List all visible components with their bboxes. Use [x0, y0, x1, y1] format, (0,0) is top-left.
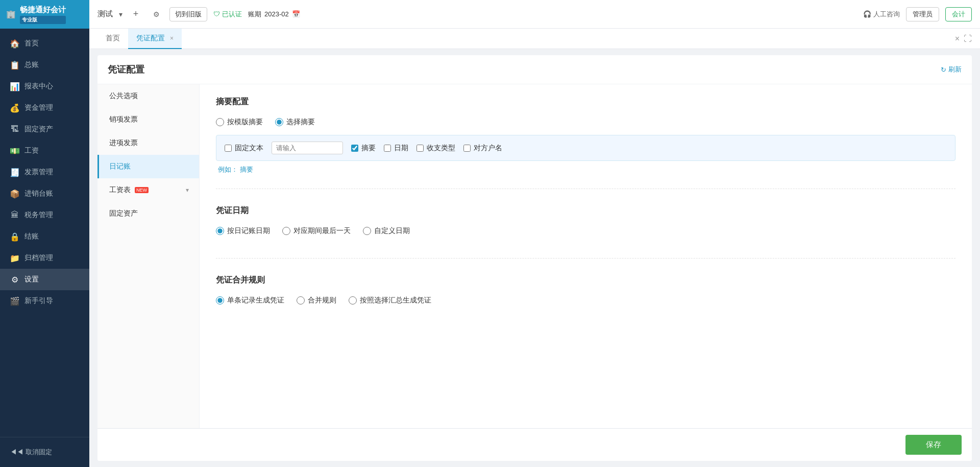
period-label: 账期 — [248, 10, 261, 19]
sidebar-item-invoice[interactable]: 🧾发票管理 — [0, 161, 89, 183]
checkbox-income-type[interactable]: 收支类型 — [416, 144, 455, 153]
sidebar-item-home[interactable]: 🏠首页 — [0, 33, 89, 54]
summary-radio-select[interactable]: 选择摘要 — [275, 118, 315, 127]
refresh-icon: ↻ — [941, 66, 946, 74]
merge-radio-select-merge[interactable]: 按照选择汇总生成凭证 — [349, 296, 431, 305]
left-nav-purchase-invoice[interactable]: 进项发票 — [97, 131, 199, 155]
tab-voucher-label: 凭证配置 — [136, 34, 165, 43]
sidebar-item-label: 税务管理 — [24, 211, 53, 220]
tabs-actions: × ⛶ — [955, 34, 972, 43]
checkbox-counterpart-input[interactable] — [463, 145, 471, 152]
sidebar-item-reports[interactable]: 📊报表中心 — [0, 76, 89, 97]
tab-close-icon[interactable]: × — [170, 35, 174, 42]
reports-icon: 📊 — [10, 82, 19, 91]
certified-badge: 🛡 已认证 — [213, 10, 242, 19]
save-button[interactable]: 保存 — [905, 435, 962, 455]
switch-to-old-button[interactable]: 切到旧版 — [169, 7, 207, 21]
date-radio-period-last[interactable]: 对应期间最后一天 — [282, 226, 351, 236]
sidebar-item-label: 工资 — [24, 146, 39, 155]
cancel-fixed-button[interactable]: ◀◀ 取消固定 — [0, 442, 89, 462]
sidebar-item-tax[interactable]: 🏛税务管理 — [0, 204, 89, 226]
checkbox-summary-input[interactable] — [351, 145, 358, 152]
refresh-button[interactable]: ↻ 刷新 — [941, 65, 962, 74]
refresh-label: 刷新 — [948, 65, 962, 74]
admin-button[interactable]: 管理员 — [906, 7, 939, 21]
sidebar-item-settings[interactable]: ⚙设置 — [0, 269, 89, 290]
sidebar-item-guide[interactable]: 🎬新手引导 — [0, 290, 89, 312]
left-navigation: 公共选项 销项发票 进项发票 日记账 工资表 NEW — [97, 84, 200, 428]
trade-icon: 📦 — [10, 189, 19, 198]
consult-button[interactable]: 🎧 人工咨询 — [863, 10, 900, 19]
summary-radio-template[interactable]: 按模版摘要 — [216, 118, 263, 127]
left-nav-sales-invoice[interactable]: 销项发票 — [97, 108, 199, 131]
date-radio-custom[interactable]: 自定义日期 — [363, 226, 410, 236]
date-radio-group: 按日记账日期 对应期间最后一天 自定义日期 — [216, 226, 955, 236]
salary-table-chevron: ▾ — [186, 186, 189, 194]
sidebar-item-label: 进销台账 — [24, 189, 53, 198]
close-icon: 🔒 — [10, 232, 19, 241]
date-radio-period-last-input[interactable] — [282, 227, 290, 235]
logo-icon: 🏢 — [6, 10, 16, 19]
expand-tab-button[interactable]: ⛶ — [964, 34, 972, 43]
consult-icon: 🎧 — [863, 10, 871, 18]
merge-radio-select-merge-input[interactable] — [349, 296, 357, 305]
sidebar-item-assets[interactable]: 🏗固定资产 — [0, 119, 89, 140]
date-title: 凭证日期 — [216, 205, 955, 216]
summary-radio-template-input[interactable] — [216, 118, 224, 126]
app-logo: 🏢 畅捷通好会计 专业版 — [0, 0, 89, 29]
sidebar-item-label: 结账 — [24, 232, 39, 241]
accountant-button[interactable]: 会计 — [945, 7, 972, 21]
consult-label: 人工咨询 — [873, 10, 900, 19]
page-title: 凭证配置 — [108, 63, 941, 76]
sidebar-item-trade[interactable]: 📦进销台账 — [0, 183, 89, 204]
merge-radio-single-input[interactable] — [216, 296, 224, 305]
company-dropdown-icon[interactable]: ▾ — [119, 10, 122, 18]
checkbox-counterpart[interactable]: 对方户名 — [463, 144, 502, 153]
sidebar-item-label: 设置 — [24, 275, 39, 284]
new-badge: NEW — [135, 187, 149, 193]
merge-radio-rules-input[interactable] — [297, 296, 305, 305]
close-tab-button[interactable]: × — [955, 34, 960, 43]
calendar-icon[interactable]: 📅 — [292, 10, 300, 18]
summary-radio-group: 按模版摘要 选择摘要 — [216, 118, 955, 127]
date-radio-custom-input[interactable] — [363, 227, 371, 235]
checkbox-date[interactable]: 日期 — [384, 144, 408, 153]
tab-voucher-config[interactable]: 凭证配置 × — [128, 29, 182, 49]
assets-icon: 🏗 — [10, 125, 19, 134]
add-button[interactable]: + — [129, 7, 143, 21]
checkbox-income-type-input[interactable] — [416, 145, 424, 152]
topbar: 测试 ▾ + ⚙ 切到旧版 🛡 已认证 账期 2023-02 📅 🎧 人工咨询 … — [89, 0, 980, 29]
sidebar-item-close[interactable]: 🔒结账 — [0, 226, 89, 247]
merge-radio-rules[interactable]: 合并规则 — [297, 296, 336, 305]
fixed-text-input[interactable] — [272, 142, 343, 154]
checkbox-summary[interactable]: 摘要 — [351, 144, 376, 153]
sidebar-item-ledger[interactable]: 📋总账 — [0, 54, 89, 76]
date-radio-journal[interactable]: 按日记账日期 — [216, 226, 270, 236]
example-text: 例如： 摘要 — [216, 165, 955, 174]
tax-icon: 🏛 — [10, 211, 19, 220]
home-icon: 🏠 — [10, 39, 19, 48]
checkbox-date-input[interactable] — [384, 145, 391, 152]
summary-radio-select-input[interactable] — [275, 118, 283, 126]
tab-home-label: 首页 — [106, 34, 120, 43]
tabs-bar: 首页 凭证配置 × × ⛶ — [89, 29, 980, 49]
sidebar-item-label: 固定资产 — [24, 125, 53, 134]
settings-icon[interactable]: ⚙ — [149, 7, 163, 21]
checkbox-fixed-text-input[interactable] — [225, 145, 232, 152]
right-content: 摘要配置 按模版摘要 选择摘要 — [200, 84, 972, 428]
sidebar-item-payroll[interactable]: 💵工资 — [0, 140, 89, 161]
merge-radio-single[interactable]: 单条记录生成凭证 — [216, 296, 284, 305]
sidebar-item-archive[interactable]: 📁归档管理 — [0, 247, 89, 269]
sidebar-item-cash[interactable]: 💰资金管理 — [0, 97, 89, 119]
date-radio-journal-input[interactable] — [216, 227, 224, 235]
sidebar-item-label: 发票管理 — [24, 168, 53, 177]
left-nav-public[interactable]: 公共选项 — [97, 84, 199, 108]
tab-home[interactable]: 首页 — [97, 29, 128, 49]
left-nav-salary-table[interactable]: 工资表 NEW ▾ — [97, 178, 199, 202]
summary-title: 摘要配置 — [216, 97, 955, 107]
archive-icon: 📁 — [10, 253, 19, 263]
left-nav-fixed-assets[interactable]: 固定资产 — [97, 202, 199, 225]
checkbox-fixed-text[interactable]: 固定文本 — [225, 144, 263, 153]
left-nav-journal[interactable]: 日记账 — [97, 155, 199, 178]
merge-radio-group: 单条记录生成凭证 合并规则 按照选择汇总生成凭证 — [216, 296, 955, 305]
